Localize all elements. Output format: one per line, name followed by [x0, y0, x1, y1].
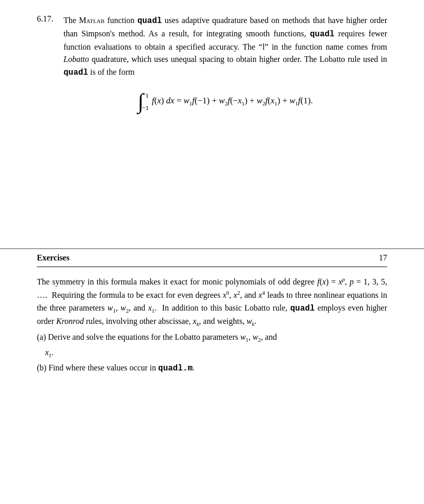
- exercises-paragraph-1: The symmetry in this formula makes it ex…: [37, 275, 387, 329]
- quadl-code-2: quadl: [310, 30, 334, 39]
- problem-block: 6.17. The Matlab function quadl uses ada…: [37, 14, 387, 121]
- spacer-section: [0, 136, 424, 248]
- exercises-part-b: (b) Find where these values occur in qua…: [37, 362, 387, 375]
- lobatto-italic: Lobatto: [63, 55, 89, 63]
- quadl-code-4: quadl: [290, 304, 315, 313]
- upper-section: 6.17. The Matlab function quadl uses ada…: [0, 0, 424, 136]
- lower-section: Exercises 17 The symmetry in this formul…: [0, 249, 424, 391]
- problem-text: The Matlab function quadl uses adaptive …: [63, 14, 387, 121]
- formula-inner: ∫1−1 f(x) dx = w1f(−1) + w2f(−x1) + w2f(…: [138, 91, 313, 112]
- integral-upper: 1: [145, 91, 149, 101]
- quadl-code-3: quadl: [63, 68, 88, 77]
- page-container: 6.17. The Matlab function quadl uses ada…: [0, 0, 424, 504]
- problem-number: 6.17.: [37, 14, 63, 121]
- matlab-label: Matlab: [79, 16, 104, 25]
- formula-block: ∫1−1 f(x) dx = w1f(−1) + w2f(−x1) + w2f(…: [63, 91, 387, 112]
- page-number: 17: [379, 253, 387, 262]
- problem-paragraph: The Matlab function quadl uses adaptive …: [63, 14, 387, 79]
- integral-symbol: ∫: [138, 91, 144, 112]
- integral-content: f(x) dx = w1f(−1) + w2f(−x1) + w2f(x1) +…: [152, 94, 312, 108]
- quadl-code-1: quadl: [137, 16, 162, 26]
- exercises-part-a-line1: (a) Derive and solve the equations for t…: [37, 331, 387, 344]
- exercises-label: Exercises: [37, 253, 70, 262]
- quadl-m-code: quadl.m: [158, 364, 193, 373]
- exercises-header: Exercises 17: [37, 249, 387, 267]
- exercises-part-a-line2: x1.: [37, 346, 387, 360]
- exercises-body: The symmetry in this formula makes it ex…: [37, 275, 387, 375]
